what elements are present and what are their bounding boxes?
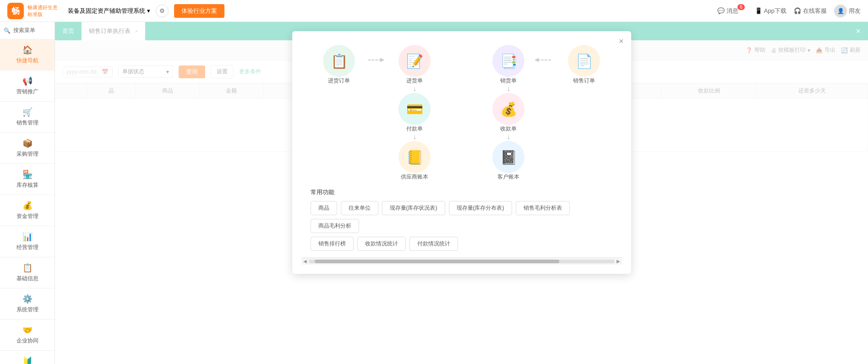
sidebar-item-basic[interactable]: 📋 基础信息 [0,257,55,288]
empty-r5-3 [443,141,480,181]
scroll-left-icon[interactable]: ◀ [303,259,307,264]
modal-close-button[interactable]: × [619,37,624,46]
arrow-down-sb: ↓ [480,85,537,93]
sales-bill-circle: 📑 [492,45,524,77]
flow-node-sales-bill[interactable]: 📑 销货单 [480,45,537,85]
flow-node-receipt[interactable]: 💰 收款单 [480,93,537,133]
system-title: 装备及固定资产辅助管理系统 [68,7,145,15]
cf-btn-partner[interactable]: 往来单位 [341,201,378,215]
flow-diagram-row3: 💳 付款单 💰 收款单 [301,93,622,133]
flow-node-supplier-ledger[interactable]: 📒 供应商账本 [386,141,443,181]
flow-diagram-row5: 📒 供应商账本 📓 客户账本 [301,141,622,181]
sidebar-item-sales[interactable]: 🛒 销售管理 [0,102,55,133]
purchase-icon: 📦 [22,138,33,148]
cf-btn-receipt-stats[interactable]: 收款情况统计 [357,237,406,251]
sidebar: 🔍 搜索菜单 🏠 快捷导航 📢 营销推广 🛒 销售管理 📦 采购管理 🏪 库存核… [0,22,55,364]
empty-r3-1 [311,93,368,133]
headset-icon: 🎧 [794,7,801,14]
finance-icon: 💰 [22,201,33,211]
system-title-dropdown[interactable]: 装备及固定资产辅助管理系统 ▾ [68,7,150,15]
flow-arrow-row2: ↓ ↓ [301,133,622,141]
cf-btn-sales-ranking[interactable]: 销售排行榜 [311,237,354,251]
sidebar-item-label: 营销推广 [16,88,38,96]
sidebar-item-inventory[interactable]: 🏪 库存核算 [0,164,55,195]
empty-r3-3 [443,93,480,133]
quick-nav-icon: 🏠 [22,45,33,55]
sidebar-item-operation[interactable]: 📊 经营管理 [0,226,55,257]
empty-va6 [311,133,368,141]
sales-order-circle: 📄 [568,45,600,77]
empty-va5 [556,85,613,93]
sidebar-item-newbie[interactable]: 🔰 新手引导 [0,351,55,364]
empty-r3-5 [556,93,613,133]
arrow-down-rec: ↓ [480,133,537,141]
operation-icon: 📊 [22,232,33,242]
sales-icon: 🛒 [22,107,33,117]
empty-r5-1 [311,141,368,181]
sales-order-label: 销售订单 [573,77,595,85]
empty-r5-4 [537,141,556,181]
sidebar-item-marketing[interactable]: 📢 营销推广 [0,71,55,102]
cf-btn-payment-stats[interactable]: 付款情况统计 [409,237,458,251]
app-download-action[interactable]: 📱 App下载 [755,7,786,15]
empty-r3-2 [368,93,386,133]
flow-node-payment[interactable]: 💳 付款单 [386,93,443,133]
logo-icon: 畅 [7,3,24,19]
empty-va10 [556,133,613,141]
cf-btn-goods-gross[interactable]: 商品毛利分析 [311,219,359,233]
sidebar-item-label: 经营管理 [16,244,38,251]
arrow-down-pb: ↓ [386,85,443,93]
empty-va2 [368,85,386,93]
enterprise-icon: 🤝 [22,325,33,335]
online-service-label: 在线客服 [803,7,827,15]
empty-va9 [537,133,556,141]
cf-btn-inventory-status[interactable]: 现存量(库存状况表) [382,201,445,215]
payment-circle: 💳 [399,93,431,125]
empty-va3 [443,85,480,93]
common-functions-section: 常用功能 商品 往来单位 现存量(库存状况表) 现存量(库存分布表) 销售毛利分… [301,188,622,251]
sidebar-item-finance[interactable]: 💰 资金管理 [0,195,55,226]
user-action[interactable]: 👤 用友 [834,5,861,17]
empty-r5-5 [556,141,613,181]
settings-icon[interactable]: ⚙ [156,5,169,17]
inventory-icon: 🏪 [22,169,33,179]
supplier-ledger-label: 供应商账本 [401,173,428,181]
logo-text: 畅康通好生意 标准版 [27,4,58,17]
message-badge: 6 [737,4,745,10]
scroll-right-icon[interactable]: ▶ [617,259,620,264]
common-functions-title: 常用功能 [311,188,613,196]
sidebar-item-enterprise[interactable]: 🤝 企业协同 [0,320,55,351]
modal-scrollbar: ◀ ▶ [301,257,622,265]
modal-overlay: × 📋 进货订单 ▶ 📝 进货单 [55,22,868,364]
cf-btn-inventory-dist[interactable]: 现存量(库存分布表) [449,201,512,215]
scroll-track[interactable] [309,260,615,263]
empty-r3-4 [537,93,556,133]
online-service-action[interactable]: 🎧 在线客服 [794,7,827,15]
trial-button[interactable]: 体验行业方案 [174,4,224,18]
flow-node-sales-order[interactable]: 📄 销售订单 [556,45,613,85]
search-menu-label: 搜索菜单 [13,27,35,34]
sidebar-item-label: 系统管理 [16,306,38,314]
flow-node-customer-ledger[interactable]: 📓 客户账本 [480,141,537,181]
search-menu[interactable]: 🔍 搜索菜单 [0,22,55,39]
flow-arrow-row: ↓ ↓ [301,85,622,93]
cf-btn-sales-gross[interactable]: 销售毛利分析表 [516,201,570,215]
header-left: 畅 畅康通好生意 标准版 装备及固定资产辅助管理系统 ▾ ⚙ 体验行业方案 [7,3,224,19]
flow-node-purchase-bill[interactable]: 📝 进货单 [386,45,443,85]
supplier-ledger-circle: 📒 [399,141,431,173]
message-action[interactable]: 💬 消息 6 [717,7,748,15]
payment-label: 付款单 [406,125,423,133]
sidebar-item-purchase[interactable]: 📦 采购管理 [0,133,55,164]
sidebar-item-quick-nav[interactable]: 🏠 快捷导航 [0,39,55,71]
flow-node-purchase-order[interactable]: 📋 进货订单 [311,45,368,85]
dropdown-arrow-icon: ▾ [147,7,150,14]
sidebar-item-system[interactable]: ⚙️ 系统管理 [0,288,55,320]
message-icon: 💬 [717,7,725,14]
sidebar-item-label: 快捷导航 [16,57,38,65]
purchase-order-circle: 📋 [323,45,355,77]
marketing-icon: 📢 [22,76,33,86]
purchase-bill-label: 进货单 [406,77,423,85]
scroll-thumb [315,260,559,263]
common-buttons-group2: 销售排行榜 收款情况统计 付款情况统计 [311,237,613,251]
cf-btn-goods[interactable]: 商品 [311,201,337,215]
